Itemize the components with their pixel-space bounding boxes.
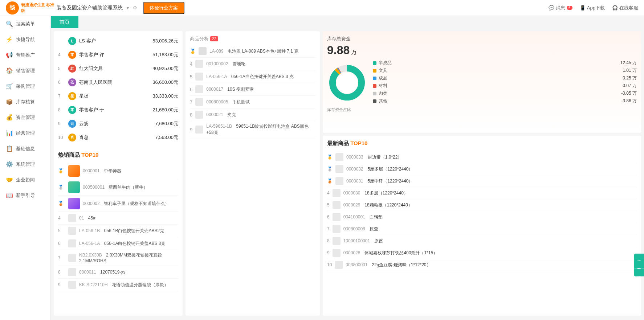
product-image-placeholder bbox=[68, 227, 76, 235]
hot-product-right-item: 5 LA-056-1A 056-1A白色按键开关盖ABS 3 克 bbox=[190, 70, 315, 83]
product-icon bbox=[195, 85, 203, 93]
system-icon: ⚙️ bbox=[6, 161, 13, 168]
sidebar-item-marketing[interactable]: 📢 营销推广 bbox=[0, 47, 50, 63]
hot-product-right-item: 7 000800005 手机测试 bbox=[190, 96, 315, 108]
customer-name: 云扬 bbox=[79, 120, 152, 127]
app-download-button[interactable]: 📱 App下载 bbox=[580, 5, 605, 11]
headset-icon: 🎧 bbox=[612, 5, 618, 11]
customer-name: 苍南县人民医院 bbox=[79, 79, 150, 86]
sidebar-item-sales[interactable]: 🏠 销售管理 bbox=[0, 63, 50, 78]
topbar-right: 💬 消息 6 📱 App下载 🎧 在线客服 bbox=[549, 5, 638, 11]
product-image bbox=[68, 181, 80, 193]
middle-column: 商品分析 22 🥇 LA-089 电池盖 LA-089 ABS本色+黑种 7.1… bbox=[186, 31, 320, 316]
sidebar-item-cooperation[interactable]: 🤝 企业协同 bbox=[0, 172, 50, 188]
quicknav-icon: ⚡ bbox=[6, 36, 13, 43]
finance-icon: 💰 bbox=[6, 114, 13, 121]
message-button[interactable]: 💬 消息 6 bbox=[549, 5, 572, 11]
customer-amount: 36,600.00元 bbox=[152, 79, 178, 86]
purchase-icon: 🛒 bbox=[6, 83, 13, 90]
sidebar-item-guide[interactable]: 📖 新手引导 bbox=[0, 188, 50, 203]
sidebar: 🔍 搜索菜单 ⚡ 快捷导航 📢 营销推广 🏠 销售管理 🛒 采购管理 📦 库存核… bbox=[0, 16, 51, 320]
donut-chart-container: 半成品 12.45 万 文具 1.01 万 成品 0.25 万 bbox=[327, 60, 637, 106]
logo: 畅 畅捷通好生意 标准版 bbox=[6, 1, 57, 15]
customer-badge: 苍 bbox=[68, 78, 76, 86]
customer-item: 7 星 星扬 33,333.00元 bbox=[54, 89, 183, 103]
product-item: 4 01 45# bbox=[58, 212, 178, 225]
message-icon: 💬 bbox=[549, 5, 554, 11]
product-item: 9 KK-SD22110H 花语萌值温分题罐袋（厚款） bbox=[58, 279, 178, 291]
legend: 半成品 12.45 万 文具 1.01 万 成品 0.25 万 bbox=[373, 60, 637, 106]
hot-product-right-item: 9 LA-59651-1B 59651-1B旋转投影灯电池盒 ABS黑色+58克 bbox=[190, 121, 315, 138]
product-image bbox=[68, 198, 80, 209]
left-column: L LS 客户 53,006.26元 4 零 零售客户-许 51,183.00元… bbox=[54, 31, 183, 316]
product-image-placeholder bbox=[68, 239, 76, 247]
customer-list: L LS 客户 53,006.26元 4 零 零售客户-许 51,183.00元… bbox=[54, 31, 183, 147]
customer-badge: L bbox=[68, 37, 76, 45]
sidebar-item-finance[interactable]: 💰 资金管理 bbox=[0, 110, 50, 125]
trial-button[interactable]: 体验行业方案 bbox=[143, 2, 184, 14]
new-product-item: 🥈 0000032 5厘多层（1220*2440） bbox=[327, 163, 637, 175]
service-community-button[interactable]: 服务社区 bbox=[634, 261, 644, 269]
product-icon bbox=[195, 73, 203, 81]
svg-point-5 bbox=[337, 73, 357, 93]
customer-item: 4 零 零售客户-许 51,183.00元 bbox=[54, 48, 183, 62]
customer-name: 红太阳文具 bbox=[79, 65, 150, 72]
hot-products-title: 热销商品 TOP10 bbox=[58, 152, 178, 159]
new-product-icon bbox=[333, 237, 341, 245]
new-product-icon bbox=[335, 153, 343, 161]
hot-products-right-panel: 商品分析 22 🥇 LA-089 电池盖 LA-089 ABS本色+黑种 7.1… bbox=[186, 31, 320, 316]
sidebar-item-operations[interactable]: 📊 经营管理 bbox=[0, 125, 50, 141]
page-content: L LS 客户 53,006.26元 4 零 零售客户-许 51,183.00元… bbox=[51, 28, 644, 319]
page-tab: 首页 bbox=[60, 19, 70, 25]
product-item: 8 0000011 12070519-xs bbox=[58, 266, 178, 279]
customer-item: 5 红 红太阳文具 40,925.00元 bbox=[54, 62, 183, 75]
new-product-item: 7 000800008 原查 bbox=[327, 223, 637, 235]
customer-name: 零售客户-许 bbox=[79, 52, 150, 58]
product-image-placeholder bbox=[68, 268, 76, 276]
product-item: 5 LA-056-1B 056-1B白色按键开关壳ABS2克 bbox=[58, 225, 178, 237]
product-item: 7 NB2.0X30B 2.0X30MM双搓花轴搓花直径2.1MM/ROHS bbox=[58, 250, 178, 266]
new-product-icon bbox=[333, 225, 341, 233]
legend-item: 材料 0.07 万 bbox=[373, 83, 637, 89]
sidebar-item-search[interactable]: 🔍 搜索菜单 bbox=[0, 16, 50, 32]
new-product-icon bbox=[335, 165, 343, 173]
system-gear-icon[interactable]: ⚙ bbox=[133, 5, 137, 11]
customer-name: 零售客户-于 bbox=[79, 107, 150, 113]
system-dropdown-icon[interactable]: ▼ bbox=[126, 5, 130, 11]
new-product-item: 10 003800001 22g鱼豆腐·烧烤味（1*12*20） bbox=[327, 259, 637, 271]
customer-amount: 33,333.00元 bbox=[152, 93, 178, 99]
logo-text: 畅捷通好生意 标准版 bbox=[21, 2, 57, 13]
product-image-placeholder bbox=[68, 214, 76, 222]
new-product-item: 8 10000100001 原盔 bbox=[327, 235, 637, 247]
inventory-title: 库存总资金 bbox=[327, 36, 351, 42]
customer-badge: 零 bbox=[68, 51, 76, 59]
new-product-icon bbox=[333, 213, 341, 221]
customer-amount: 53,006.26元 bbox=[152, 38, 178, 44]
product-image-placeholder bbox=[68, 281, 76, 289]
sidebar-item-basic[interactable]: 📋 基础信息 bbox=[0, 141, 50, 156]
sidebar-item-inventory[interactable]: 📦 库存核算 bbox=[0, 94, 50, 110]
new-product-item: 9 0000028 体城嘉枚味苏打饮品400毫升（1*15） bbox=[327, 247, 637, 259]
sidebar-item-system[interactable]: ⚙️ 系统管理 bbox=[0, 156, 50, 172]
customer-item: 9 云 云扬 7,680.00元 bbox=[54, 117, 183, 131]
sales-icon: 🏠 bbox=[6, 67, 13, 74]
new-product-icon bbox=[333, 249, 341, 257]
sidebar-item-purchase[interactable]: 🛒 采购管理 bbox=[0, 78, 50, 94]
new-product-item: 🥉 0000031 5厘中纤（1220*2440） bbox=[327, 175, 637, 187]
cooperation-icon: 🤝 bbox=[6, 176, 13, 183]
product-icon bbox=[195, 98, 203, 106]
topbar-system: 装备及固定资产辅助管理系统 ▼ ⚙ 体验行业方案 bbox=[57, 2, 549, 14]
inventory-unit: 万 bbox=[351, 49, 357, 56]
online-service-button[interactable]: 🎧 在线客服 bbox=[612, 5, 638, 11]
legend-item: 肉类 -0.05 万 bbox=[373, 90, 637, 97]
new-product-icon bbox=[335, 177, 343, 185]
hot-products-section: 热销商品 TOP10 🥇 0000001 中华神器 🥈 000500001 bbox=[54, 147, 183, 296]
service-live-button[interactable]: 直播 bbox=[634, 269, 644, 276]
new-product-item: 5 0000029 18颗粒板（1220*2440） bbox=[327, 199, 637, 211]
sidebar-item-quicknav[interactable]: ⚡ 快捷导航 bbox=[0, 32, 50, 47]
operations-icon: 📊 bbox=[6, 130, 13, 136]
new-product-icon bbox=[335, 261, 343, 269]
product-icon bbox=[195, 126, 203, 134]
product-item: 6 LA-056-1A 056-1A白色按键开关盖ABS 3克 bbox=[58, 237, 178, 250]
service-hotline-button[interactable]: 客服热线 bbox=[634, 254, 644, 261]
